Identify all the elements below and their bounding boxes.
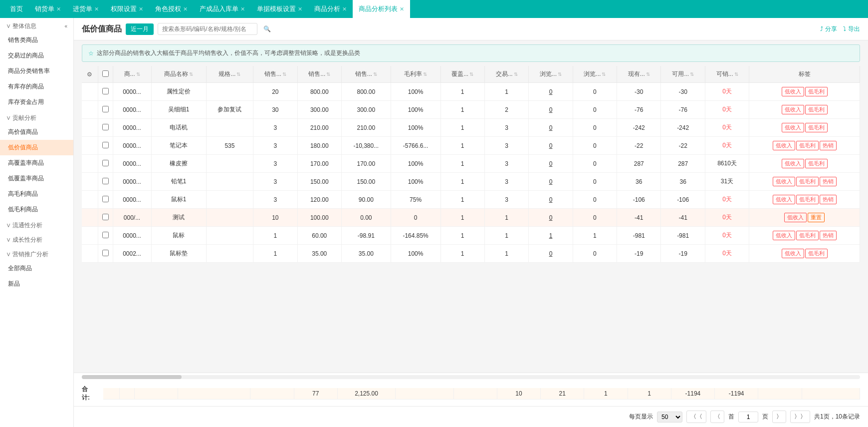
select-all-checkbox[interactable] (102, 70, 109, 77)
browse-link[interactable]: 0 (549, 106, 553, 113)
sidebar-group-marketing[interactable]: ∨ 营销推广分析 (0, 246, 73, 261)
browse1-cell[interactable]: 0 (529, 137, 573, 155)
checkbox-cell[interactable] (98, 227, 113, 245)
checkbox-cell[interactable] (98, 83, 113, 101)
row-checkbox[interactable] (102, 232, 109, 238)
checkbox-cell[interactable] (98, 209, 113, 227)
nav-goods-analysis[interactable]: 商品分析 ✕ (308, 0, 353, 18)
share-button[interactable]: ⤴ 分享 (820, 25, 837, 33)
browse-link[interactable]: 0 (549, 160, 553, 167)
browse-link[interactable]: 0 (549, 196, 553, 203)
close-goods-tab[interactable]: ✕ (342, 6, 347, 12)
tags-cell: 低收入低毛利 (749, 101, 860, 119)
row-checkbox[interactable] (102, 124, 109, 130)
browse1-cell[interactable]: 0 (529, 173, 573, 191)
browse1-cell[interactable]: 0 (529, 191, 573, 209)
nav-sales[interactable]: 销货单 ✕ (29, 0, 67, 18)
sidebar-item-all-goods[interactable]: 全部商品 (0, 261, 73, 276)
sidebar-group-flow[interactable]: ∨ 流通性分析 (0, 217, 73, 232)
available-cell: 36 (661, 173, 705, 191)
row-checkbox[interactable] (102, 142, 109, 148)
browse-link[interactable]: 0 (549, 124, 553, 131)
horizontal-scrollbar[interactable] (82, 375, 860, 379)
page-size-select[interactable]: 50 100 200 (657, 412, 682, 423)
sales2-cell: 170.00 (297, 155, 341, 173)
browse-link[interactable]: 0 (549, 178, 553, 185)
checkbox-col-header[interactable] (98, 66, 113, 83)
last-page-button[interactable]: 〉〉 (790, 411, 810, 423)
close-sales-tab[interactable]: ✕ (56, 6, 61, 12)
sidebar-item-high-value[interactable]: 高价值商品 (0, 124, 73, 140)
browse-link[interactable]: 1 (549, 232, 553, 239)
browse1-cell[interactable]: 0 (529, 155, 573, 173)
search-icon[interactable]: 🔍 (263, 25, 271, 32)
sidebar-item-traded-goods[interactable]: 交易过的商品 (0, 48, 73, 63)
settings-icon[interactable]: ⚙ (87, 71, 92, 78)
sidebar-item-stock-capital[interactable]: 库存资金占用 (0, 94, 73, 110)
close-goods-list-tab[interactable]: ✕ (400, 6, 404, 12)
export-button[interactable]: ⤵ 导出 (843, 25, 860, 33)
sidebar-item-low-margin[interactable]: 低毛利商品 (0, 202, 73, 217)
browse-link[interactable]: 0 (549, 214, 553, 221)
sidebar-item-low-coverage[interactable]: 低覆盖率商品 (0, 171, 73, 186)
nav-product-in[interactable]: 产成品入库单 ✕ (194, 0, 251, 18)
browse-link[interactable]: 0 (549, 142, 553, 149)
close-template-tab[interactable]: ✕ (298, 6, 302, 12)
sidebar-item-category-rate[interactable]: 商品分类销售率 (0, 63, 73, 79)
row-checkbox[interactable] (102, 250, 109, 256)
browse2-cell: 0 (573, 155, 617, 173)
browse1-cell[interactable]: 0 (529, 209, 573, 227)
browse1-cell[interactable]: 0 (529, 119, 573, 137)
sidebar-item-high-margin[interactable]: 高毛利商品 (0, 186, 73, 202)
sidebar-item-new-goods[interactable]: 新品 (0, 276, 73, 292)
checkbox-cell[interactable] (98, 245, 113, 263)
close-product-tab[interactable]: ✕ (240, 6, 245, 12)
sidebar-group-growth[interactable]: ∨ 成长性分析 (0, 232, 73, 246)
nav-permissions[interactable]: 权限设置 ✕ (105, 0, 149, 18)
browse-link[interactable]: 0 (549, 250, 553, 257)
row-checkbox[interactable] (102, 196, 109, 202)
settings-col-header[interactable]: ⚙ (82, 66, 98, 83)
row-checkbox[interactable] (102, 88, 109, 94)
tags-cell: 低收入低毛利热销 (749, 227, 860, 245)
filter-recent-month[interactable]: 近一月 (126, 23, 154, 35)
search-input[interactable] (158, 23, 257, 35)
first-page-button[interactable]: 〈〈 (686, 411, 706, 423)
nav-role-auth[interactable]: 角色授权 ✕ (149, 0, 194, 18)
sidebar-item-low-value[interactable]: 低价值商品 (0, 140, 73, 155)
checkbox-cell[interactable] (98, 101, 113, 119)
coverage-cell: 1 (440, 155, 484, 173)
nav-template[interactable]: 单据模板设置 ✕ (251, 0, 308, 18)
nav-home[interactable]: 首页 (4, 0, 29, 18)
row-checkbox[interactable] (102, 214, 109, 220)
page-number-input[interactable] (738, 412, 758, 423)
row-checkbox[interactable] (102, 178, 109, 184)
checkbox-cell[interactable] (98, 119, 113, 137)
sidebar-group-contribution[interactable]: ∨ 贡献分析 (0, 110, 73, 124)
sidebar-item-sales-goods[interactable]: 销售类商品 (0, 32, 73, 48)
sidebar-item-stock-goods[interactable]: 有库存的商品 (0, 79, 73, 94)
row-checkbox[interactable] (102, 106, 109, 112)
nav-goods-list[interactable]: 商品分析列表 ✕ (353, 0, 410, 18)
browse-link[interactable]: 0 (549, 88, 553, 95)
checkbox-cell[interactable] (98, 155, 113, 173)
checkbox-cell[interactable] (98, 137, 113, 155)
nav-purchase[interactable]: 进货单 ✕ (67, 0, 105, 18)
scrollbar-thumb[interactable] (82, 375, 182, 379)
browse1-cell[interactable]: 1 (529, 227, 573, 245)
close-permissions-tab[interactable]: ✕ (139, 6, 143, 12)
prev-page-button[interactable]: 〈 (710, 411, 724, 423)
close-role-tab[interactable]: ✕ (183, 6, 188, 12)
row-checkbox[interactable] (102, 160, 109, 166)
sidebar-item-high-coverage[interactable]: 高覆盖率商品 (0, 155, 73, 171)
checkbox-cell[interactable] (98, 191, 113, 209)
checkbox-cell[interactable] (98, 173, 113, 191)
browse1-cell[interactable]: 0 (529, 83, 573, 101)
browse1-cell[interactable]: 0 (529, 245, 573, 263)
close-purchase-tab[interactable]: ✕ (94, 6, 99, 12)
browse1-cell[interactable]: 0 (529, 101, 573, 119)
next-page-button[interactable]: 〉 (772, 411, 786, 423)
sidebar-group-overview[interactable]: ∨ 整体信息 « (0, 18, 73, 32)
table-container[interactable]: ⚙ 商...⇅ 商品名称⇅ 规格...⇅ 销售...⇅ 销售...⇅ 销售...… (82, 66, 860, 373)
totals-row: 合计: 77 2,125.00 10 21 1 (82, 381, 860, 406)
